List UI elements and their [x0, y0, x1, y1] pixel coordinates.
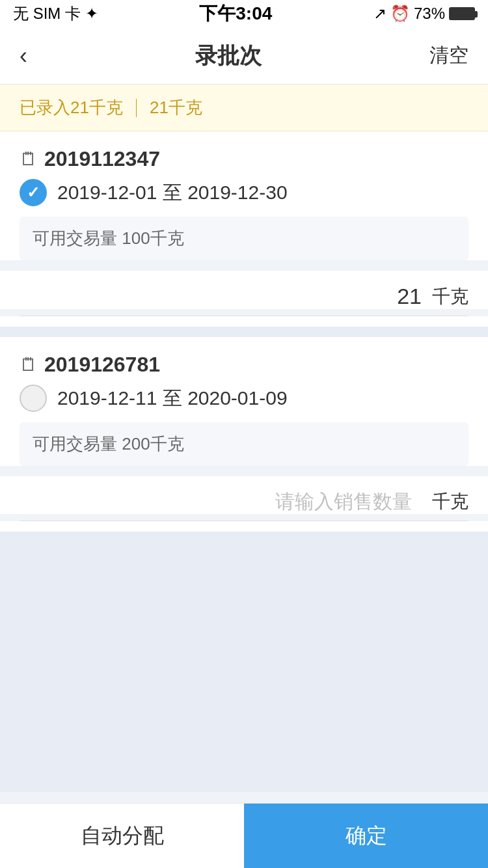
batch-2-radio[interactable]: [20, 385, 47, 412]
clear-button[interactable]: 清空: [429, 42, 468, 69]
alarm-icon: ⏰: [390, 5, 410, 23]
batch-1-radio[interactable]: ✓: [20, 179, 47, 206]
section-divider: [0, 327, 488, 337]
status-time: 下午3:04: [199, 1, 272, 26]
auto-distribute-button[interactable]: 自动分配: [0, 804, 244, 868]
batch-1-available: 可用交易量 100千克: [20, 217, 468, 260]
info-bar: 已录入21千克 21千克: [0, 85, 488, 131]
batch-1-value: 21: [397, 284, 422, 309]
batch-2-quantity-input[interactable]: [213, 491, 422, 513]
check-icon: ✓: [27, 183, 40, 202]
empty-area: [0, 532, 488, 792]
batch-1-date-row: ✓ 2019-12-01 至 2019-12-30: [20, 179, 468, 206]
batch-2-unit: 千克: [432, 489, 468, 514]
status-right: ↗ ⏰ 73%: [373, 5, 475, 23]
batch-1-header: 🗒 2019112347: [20, 147, 468, 171]
batch-1-unit: 千克: [432, 284, 468, 309]
batch-2-spacer: [0, 521, 488, 532]
recorded-amount: 21千克: [150, 96, 202, 119]
battery-percent: 73%: [414, 5, 445, 23]
page-title: 录批次: [195, 41, 262, 71]
battery-icon: [449, 7, 475, 20]
batch-2-available: 可用交易量 200千克: [20, 422, 468, 466]
status-left: 无 SIM 卡 ✦: [13, 3, 98, 24]
bottom-bar: 自动分配 确定: [0, 803, 488, 868]
batch-1-icon: 🗒: [20, 148, 38, 170]
batch-2-icon: 🗒: [20, 354, 38, 375]
back-button[interactable]: ‹: [20, 42, 27, 70]
batch-2-id: 2019126781: [44, 353, 160, 377]
status-bar: 无 SIM 卡 ✦ 下午3:04 ↗ ⏰ 73%: [0, 0, 488, 27]
batch-2-header: 🗒 2019126781: [20, 353, 468, 377]
batch-2-date: 2019-12-11 至 2020-01-09: [57, 385, 288, 412]
location-icon: ↗: [373, 5, 386, 23]
confirm-button[interactable]: 确定: [244, 804, 488, 868]
batch-2-date-row: 2019-12-11 至 2020-01-09: [20, 385, 468, 412]
batch-1-amount-row: 21 千克: [0, 271, 488, 309]
batch-2-input-row: 千克: [0, 476, 488, 514]
batch-1-spacer: [0, 316, 488, 327]
nav-bar: ‹ 录批次 清空: [0, 27, 488, 85]
recorded-text: 已录入21千克: [20, 96, 123, 119]
sim-status: 无 SIM 卡 ✦: [13, 3, 98, 24]
batch-item-1: 🗒 2019112347 ✓ 2019-12-01 至 2019-12-30 可…: [0, 131, 488, 260]
batch-1-date: 2019-12-01 至 2019-12-30: [57, 180, 288, 206]
info-divider: [136, 99, 137, 117]
batch-item-2: 🗒 2019126781 2019-12-11 至 2020-01-09 可用交…: [0, 337, 488, 466]
batch-1-id: 2019112347: [44, 147, 160, 171]
